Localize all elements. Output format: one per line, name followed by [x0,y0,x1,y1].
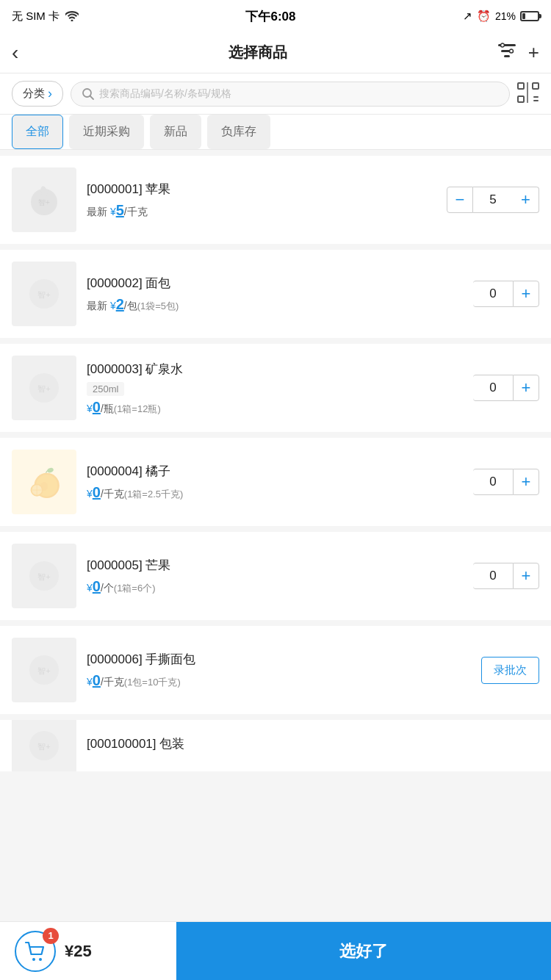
list-item: 智+ [0000001] 苹果 最新 ¥5/千克 − + [0,156,551,244]
battery-percent: 21% [495,10,516,22]
status-bar: 无 SIM 卡 下午6:08 ↗ ⏰ 21% [0,0,551,32]
batch-button[interactable]: 录批次 [481,657,539,684]
tab-new[interactable]: 新品 [150,115,201,149]
svg-rect-11 [533,96,539,98]
svg-point-4 [509,49,513,53]
list-item: 智+ [0000002] 面包 最新 ¥2/包(1袋=5包) + [0,250,551,338]
status-right: ↗ ⏰ 21% [463,10,539,23]
svg-rect-2 [504,55,510,57]
svg-line-6 [90,96,94,99]
product-name: [0000006] 手撕面包 [87,651,471,668]
product-name: [0000005] 芒果 [87,557,463,574]
nav-bar: ‹ 选择商品 + [0,32,551,73]
scan-button[interactable] [517,82,539,106]
list-item: 智+ [0000005] 芒果 ¥0/个(1箱=6个) + [0,532,551,620]
category-chevron: › [48,86,52,101]
product-title: 苹果 [145,182,170,196]
product-image: 智+ [12,544,76,608]
product-name: [0000002] 面包 [87,275,463,292]
product-price: ¥0/千克(1箱=2.5千克) [87,484,463,501]
product-name: [0000003] 矿泉水 [87,361,463,378]
bottom-bar: 1 ¥25 选好了 [0,921,551,980]
list-item: [0000004] 橘子 ¥0/千克(1箱=2.5千克) + [0,438,551,526]
svg-rect-8 [533,83,539,89]
back-button[interactable]: ‹ [12,41,18,65]
list-item: 智+ [000100001] 包装 [0,720,551,771]
svg-text:智+: 智+ [37,572,50,581]
product-info: [0000002] 面包 最新 ¥2/包(1袋=5包) [87,275,463,313]
confirm-button[interactable]: 选好了 [176,922,551,981]
product-info: [0000003] 矿泉水 250ml ¥0/瓶(1箱=12瓶) [87,361,463,416]
product-name: [0000001] 苹果 [87,181,436,198]
svg-text:智+: 智+ [37,384,50,393]
filter-icon[interactable] [497,43,516,63]
product-info: [000100001] 包装 [87,735,539,757]
tab-negative[interactable]: 负库存 [207,115,270,149]
category-label: 分类 [23,87,45,101]
svg-point-25 [47,467,54,474]
increase-button[interactable]: + [513,375,539,401]
svg-text:智+: 智+ [37,666,50,675]
page-title: 选择商品 [228,43,287,62]
product-image: 智+ [12,356,76,420]
tab-all[interactable]: 全部 [12,115,63,149]
increase-button[interactable]: + [513,563,539,589]
search-placeholder: 搜索商品编码/名称/条码/规格 [99,87,231,101]
tab-bar: 全部 近期采购 新品 负库存 [0,115,551,150]
product-spec: 250ml [87,382,124,396]
quantity-control: + [473,375,539,401]
cart-badge: 1 [43,928,59,944]
product-price: ¥0/瓶(1箱=12瓶) [87,399,463,416]
product-name: [000100001] 包装 [87,735,539,752]
product-price: ¥0/千克(1包=10千克) [87,672,471,689]
cart-area: 1 ¥25 [0,931,176,972]
quantity-input[interactable] [473,469,513,495]
product-image [12,450,76,514]
increase-button[interactable]: + [513,469,539,495]
quantity-input[interactable] [473,375,513,401]
status-time: 下午6:08 [245,8,295,25]
quantity-control: + [473,469,539,495]
increase-button[interactable]: + [513,281,539,307]
quantity-control: + [473,563,539,589]
product-name: [0000004] 橘子 [87,463,463,480]
quantity-input[interactable] [473,281,513,307]
filter-bar: 分类 › 搜索商品编码/名称/条码/规格 [0,73,551,115]
quantity-control: + [473,281,539,307]
quantity-input[interactable] [473,187,513,213]
quantity-control: − + [447,187,539,213]
svg-text:智+: 智+ [37,290,50,299]
product-image: 智+ [12,167,76,232]
svg-rect-7 [518,83,524,89]
wifi-icon [65,11,79,21]
quantity-input[interactable] [473,563,513,589]
product-code: [0000001] [87,182,143,196]
increase-button[interactable]: + [513,187,539,213]
category-button[interactable]: 分类 › [12,81,63,107]
add-button[interactable]: + [528,41,539,64]
alarm-icon: ⏰ [477,10,491,23]
product-image: 智+ [12,720,76,771]
search-icon [82,87,95,101]
search-box[interactable]: 搜索商品编码/名称/条码/规格 [71,82,510,107]
tab-recent[interactable]: 近期采购 [69,115,144,149]
cart-icon-wrap[interactable]: 1 [15,931,56,972]
product-info: [0000006] 手撕面包 ¥0/千克(1包=10千克) [87,651,471,689]
svg-text:智+: 智+ [37,742,50,751]
product-info: [0000005] 芒果 ¥0/个(1箱=6个) [87,557,463,595]
list-item: 智+ [0000003] 矿泉水 250ml ¥0/瓶(1箱=12瓶) + [0,344,551,432]
battery-icon [520,11,539,21]
svg-text:智+: 智+ [38,198,50,206]
location-icon: ↗ [463,10,472,23]
nav-left: ‹ [12,41,18,65]
carrier-label: 无 SIM 卡 [12,10,60,24]
product-price: 最新 ¥2/包(1袋=5包) [87,296,463,313]
product-info: [0000001] 苹果 最新 ¥5/千克 [87,181,436,219]
product-info: [0000004] 橘子 ¥0/千克(1箱=2.5千克) [87,463,463,501]
decrease-button[interactable]: − [447,187,473,213]
product-price: ¥0/个(1箱=6个) [87,578,463,595]
status-left: 无 SIM 卡 [12,10,79,24]
svg-point-36 [39,958,42,961]
svg-rect-9 [518,96,524,102]
product-list: 智+ [0000001] 苹果 最新 ¥5/千克 − + 智+ [000000 [0,150,551,843]
